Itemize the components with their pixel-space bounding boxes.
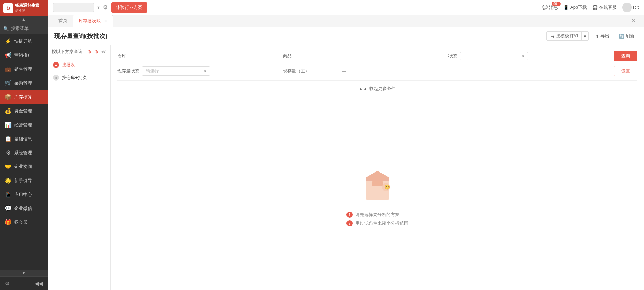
tab-home[interactable]: 首页 — [53, 15, 73, 27]
sidebar-item-purchase[interactable]: 🛒 采购管理 — [0, 76, 48, 90]
online-service-btn[interactable]: 🎧 在线客服 — [592, 4, 617, 11]
sidebar-edition: 标准版 — [15, 8, 39, 13]
inventory-qty-filter: 现存量（主） — — [283, 67, 443, 75]
operations-icon: 📊 — [5, 122, 12, 128]
purchase-icon: 🛒 — [5, 80, 12, 86]
sidebar-item-inventory[interactable]: 📦 库存核算 — [0, 90, 48, 104]
left-panel-icons: ⊕ ⊕ ≪ — [87, 49, 106, 54]
warehouse-input[interactable] — [129, 52, 268, 60]
sidebar-item-label: 经营管理 — [14, 122, 32, 128]
newbie-icon: 🌟 — [5, 177, 12, 184]
sidebar-scroll-down[interactable]: ▼ — [0, 270, 48, 276]
step-num-2: 2 — [346, 220, 353, 226]
step-num-1: 1 — [346, 212, 353, 218]
print-icon: 🖨 — [550, 34, 555, 39]
page-header: 现存量查询(按批次) 🖨 按模板打印 ▾ ⬆ 导出 🔄 刷新 — [48, 27, 644, 45]
sidebar-item-shortcut[interactable]: ⚡ 快捷导航 — [0, 34, 48, 48]
sidebar-item-sales[interactable]: 💼 销售管理 — [0, 62, 48, 76]
sidebar-item-enterprise[interactable]: 🤝 企业协同 — [0, 160, 48, 174]
collapse-label: 收起更多条件 — [369, 86, 396, 92]
status-select[interactable]: ▾ — [460, 52, 528, 60]
inventory-qty-to[interactable] — [349, 67, 376, 75]
tab-batch-account[interactable]: 库存批次账 ✕ — [73, 15, 113, 27]
breadcrumb-input[interactable] — [53, 3, 94, 12]
sidebar-item-appstore[interactable]: 📱 应用中心 — [0, 187, 48, 201]
sidebar-title-block: 畅康通好生意 标准版 — [15, 3, 39, 13]
shortcut-icon: ⚡ — [5, 38, 12, 44]
sidebar-item-basic-info[interactable]: 📋 基础信息 — [0, 132, 48, 146]
sidebar-item-finance[interactable]: 💰 资金管理 — [0, 104, 48, 118]
inventory-qty-range: — — [312, 67, 376, 75]
topbar-gear-icon[interactable]: ⚙ — [103, 4, 108, 11]
refresh-btn[interactable]: 🔄 刷新 — [616, 32, 637, 40]
collapse-filter-btn[interactable]: ▲▲ 收起更多条件 — [117, 83, 637, 94]
plan-item-batch[interactable]: ● 按批次 — [48, 58, 110, 71]
sidebar-item-marketing[interactable]: 📢 营销推广 — [0, 48, 48, 62]
sidebar-scroll-up[interactable]: ▲ — [0, 16, 48, 23]
sidebar-item-label: 系统管理 — [14, 150, 32, 156]
status-label: 状态 — [448, 53, 457, 59]
warehouse-label: 仓库 — [117, 53, 126, 59]
sidebar-item-system[interactable]: ⚙ 系统管理 — [0, 146, 48, 160]
tab-batch-label: 库存批次账 — [79, 18, 101, 24]
search-label: 搜索菜单 — [11, 25, 29, 32]
warehouse-more-icon[interactable]: ··· — [270, 53, 277, 59]
topbar: ▾ ⚙ 体验行业方案 💬 消息 99+ 📱 App下载 🎧 在线客服 Rit — [48, 0, 644, 15]
empty-step-2: 2 用过滤条件来缩小分析范围 — [346, 220, 408, 226]
close-panel-btn[interactable]: ✕ — [629, 18, 639, 24]
settings-button[interactable]: 设置 — [614, 66, 637, 76]
left-panel-title: 按以下方案查询 — [52, 49, 83, 55]
sidebar-bottom: ⚙ ◀◀ — [0, 276, 48, 290]
search-icon: 🔍 — [3, 26, 9, 31]
empty-illustration: 😊 — [357, 164, 398, 205]
warehouse-filter: 仓库 ··· — [117, 52, 277, 60]
print-btn[interactable]: 🖨 按模板打印 — [547, 32, 582, 40]
left-panel: 按以下方案查询 ⊕ ⊕ ≪ ● 按批次 ○ 按仓库+批次 — [48, 45, 111, 290]
print-arrow-icon[interactable]: ▾ — [582, 32, 588, 40]
product-input[interactable] — [294, 52, 433, 60]
sidebar-item-newbie[interactable]: 🌟 新手引导 — [0, 174, 48, 187]
step-2-text: 用过滤条件来缩小分析范围 — [355, 220, 408, 226]
experience-btn[interactable]: 体验行业方案 — [111, 2, 147, 13]
collapse-left-icon[interactable]: ≪ — [101, 49, 106, 54]
sidebar-item-operations[interactable]: 📊 经营管理 — [0, 118, 48, 132]
inventory-status-select[interactable]: 请选择 ▾ — [142, 66, 210, 76]
empty-steps: 1 请先选择要分析的方案 2 用过滤条件来缩小分析范围 — [346, 212, 408, 226]
inventory-qty-from[interactable] — [312, 67, 339, 75]
sidebar-item-member[interactable]: 🎁 畅会员 — [0, 215, 48, 229]
app-download-btn[interactable]: 📱 App下载 — [563, 4, 587, 11]
settings-plan-icon[interactable]: ⊕ — [94, 49, 98, 54]
enterprise-icon: 🤝 — [5, 163, 12, 170]
export-icon: ⬆ — [595, 34, 599, 39]
plan-label-warehouse-batch: 按仓库+批次 — [62, 75, 87, 81]
export-btn[interactable]: ⬆ 导出 — [593, 32, 612, 40]
sidebar-header: b 畅康通好生意 标准版 — [0, 0, 48, 16]
left-panel-header: 按以下方案查询 ⊕ ⊕ ≪ — [48, 45, 110, 58]
sidebar-item-label: 库存核算 — [14, 94, 32, 100]
refresh-icon: 🔄 — [619, 34, 624, 39]
tab-close-icon[interactable]: ✕ — [104, 19, 107, 23]
plan-item-warehouse-batch[interactable]: ○ 按仓库+批次 — [48, 71, 110, 84]
product-more-icon[interactable]: ··· — [436, 53, 443, 59]
sidebar-item-label: 应用中心 — [14, 192, 32, 198]
message-icon: 💬 — [542, 5, 548, 10]
sidebar-item-label: 销售管理 — [14, 66, 32, 72]
query-button[interactable]: 查询 — [614, 51, 637, 61]
username-label: Rit — [633, 5, 639, 10]
svg-rect-3 — [372, 181, 383, 186]
refresh-label: 刷新 — [626, 33, 634, 39]
plan-label-batch: 按批次 — [62, 62, 75, 68]
sidebar-item-wechat[interactable]: 💬 企业微信 — [0, 201, 48, 215]
user-avatar-area[interactable]: Rit — [622, 3, 639, 12]
sidebar-item-label: 快捷导航 — [14, 38, 32, 44]
inventory-icon: 📦 — [5, 94, 12, 100]
avatar — [622, 3, 632, 12]
settings-bottom-icon[interactable]: ⚙ — [5, 280, 10, 287]
add-plan-icon[interactable]: ⊕ — [87, 49, 91, 54]
collapse-sidebar-icon[interactable]: ◀◀ — [35, 280, 43, 287]
sidebar-search[interactable]: 🔍 搜索菜单 — [0, 23, 48, 34]
plan-dot-red: ● — [53, 62, 59, 68]
message-btn[interactable]: 💬 消息 99+ — [542, 4, 558, 11]
export-label: 导出 — [600, 33, 609, 39]
breadcrumb-chevron-icon[interactable]: ▾ — [97, 5, 100, 10]
